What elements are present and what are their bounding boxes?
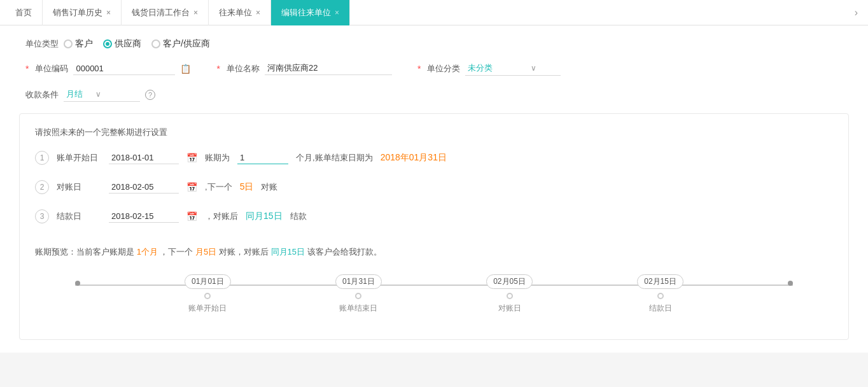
step3-prefix: ，对账后 [205,211,238,222]
tab-unit-list-close[interactable]: × [256,9,260,17]
tab-sales-history-close[interactable]: × [106,9,111,17]
preview-text: 账期预览：当前客户账期是 1个月 ，下一个 月5日 对账，对账后 同月15日 该… [35,239,833,263]
unit-type-row: 单位类型 客户 供应商 客户/供应商 [25,38,843,50]
unit-name-input[interactable] [265,62,392,75]
timeline-start-dot [75,274,80,314]
timeline-points: 01月01日 账单开始日 01月31日 账单结束日 02月05日 对账日 [35,274,833,314]
step-row-3: 3 结款日 📅 ，对账后 同月15日 结款 [35,209,833,223]
chevron-down-icon: ∨ [531,64,536,73]
step2-suffix: 对账 [261,181,277,193]
timeline-badge-4: 02月15日 [637,274,683,289]
tab-cash-work-label: 钱货日清工作台 [132,7,190,18]
unit-category-select[interactable]: 未分类 ∨ [465,61,561,76]
radio-customer-circle [64,39,73,48]
step1-calendar-icon[interactable]: 📅 [186,153,197,163]
preview-h2: 月5日 [195,247,216,257]
radio-customer[interactable]: 客户 [64,38,93,50]
step2-highlight: 5日 [240,181,254,193]
unit-category-label: 单位分类 [427,63,460,74]
tab-edit-unit[interactable]: 编辑往来单位 × [271,0,350,25]
payment-select[interactable]: 月结 ∨ [64,87,140,102]
unit-category-group: * 单位分类 未分类 ∨ [417,61,561,76]
step1-end-date: 2018年01月31日 [381,152,447,164]
tab-cash-work-close[interactable]: × [193,9,198,17]
preview-mid1: ，下一个 [160,247,193,257]
tab-cash-work[interactable]: 钱货日清工作台 × [122,0,209,25]
unit-code-label: 单位编码 [35,63,68,74]
radio-customer-label: 客户 [75,38,93,50]
step1-date-input[interactable] [109,151,179,164]
step2-calendar-icon[interactable]: 📅 [186,182,197,192]
timeline-dot-1 [204,293,211,299]
preview-prefix: 账期预览：当前客户账期是 [35,247,134,257]
tab-edit-unit-label: 编辑往来单位 [281,7,331,18]
preview-h1: 1个月 [137,247,158,257]
timeline-point-3: 02月05日 对账日 [486,274,533,314]
unit-type-label: 单位类型 [25,38,59,50]
timeline-badge-2: 01月31日 [335,274,382,289]
preview-h3: 同月15日 [271,247,305,257]
tab-unit-list[interactable]: 往来单位 × [209,0,271,25]
tabs-bar: 首页 销售订单历史 × 钱货日清工作台 × 往来单位 × 编辑往来单位 × › [0,0,868,25]
step-label-3: 结款日 [57,211,101,222]
step-label-1: 账单开始日 [57,152,101,164]
step2-prefix: ,下一个 [205,181,232,193]
step-row-2: 2 对账日 📅 ,下一个 5日 对账 [35,180,833,194]
section-title: 请按照未来的一个完整帐期进行设置 [35,127,833,138]
timeline-label-1: 账单开始日 [188,303,227,314]
tab-home-label: 首页 [15,7,32,18]
unit-category-value: 未分类 [468,62,493,74]
timeline-dot-2 [355,293,361,299]
radio-supplier[interactable]: 供应商 [103,38,141,50]
timeline-label-2: 账单结束日 [339,303,377,314]
tab-sales-history[interactable]: 销售订单历史 × [43,0,122,25]
radio-both-circle [151,39,160,48]
main-content: 单位类型 客户 供应商 客户/供应商 * 单位编码 📋 * 单位名称 [0,25,868,353]
payment-value: 月结 [66,88,83,100]
step2-date-input[interactable] [109,181,179,194]
timeline-dot-4 [657,293,664,299]
unit-code-icon[interactable]: 📋 [180,64,191,74]
tabs-arrow[interactable]: › [850,7,863,18]
step-num-1: 1 [35,151,49,165]
tab-edit-unit-close[interactable]: × [335,9,339,17]
timeline: 01月01日 账单开始日 01月31日 账单结束日 02月05日 对账日 [35,268,833,327]
timeline-dot-3 [507,293,513,299]
step-row-1: 1 账单开始日 📅 账期为 个月,账单结束日期为 2018年01月31日 [35,151,833,165]
radio-both[interactable]: 客户/供应商 [151,38,210,50]
tab-unit-list-label: 往来单位 [219,7,252,18]
radio-both-label: 客户/供应商 [163,38,210,50]
timeline-label-4: 结款日 [649,303,672,314]
settings-section: 请按照未来的一个完整帐期进行设置 1 账单开始日 📅 账期为 个月,账单结束日期… [19,113,849,340]
help-icon[interactable]: ? [145,90,155,100]
step-label-2: 对账日 [57,181,101,193]
step3-suffix: 结款 [290,211,307,222]
start-dot [75,281,80,286]
tab-sales-history-label: 销售订单历史 [53,7,102,18]
end-dot [788,281,793,286]
payment-chevron-icon: ∨ [95,90,101,99]
unit-name-group: * 单位名称 [216,62,391,75]
step3-calendar-icon[interactable]: 📅 [186,211,197,222]
preview-suffix: 该客户会给我打款。 [307,247,382,257]
timeline-label-3: 对账日 [498,303,521,314]
timeline-badge-3: 02月05日 [486,274,533,289]
radio-group-unit-type: 客户 供应商 客户/供应商 [64,38,210,50]
unit-code-star: * [25,64,29,74]
step3-date-input[interactable] [109,210,179,223]
payment-row: 收款条件 月结 ∨ ? [25,87,843,102]
radio-supplier-label: 供应商 [115,38,141,50]
radio-supplier-circle [103,39,112,48]
unit-fields-row: * 单位编码 📋 * 单位名称 * 单位分类 未分类 ∨ [25,61,843,76]
preview-mid2: 对账，对账后 [219,247,269,257]
unit-category-star: * [417,64,421,74]
timeline-point-1: 01月01日 账单开始日 [185,274,231,314]
unit-code-group: * 单位编码 📋 [25,62,191,75]
unit-name-star: * [216,64,220,74]
unit-code-input[interactable] [73,62,175,75]
timeline-badge-1: 01月01日 [185,274,231,289]
tab-home[interactable]: 首页 [5,0,43,25]
step1-period-input[interactable] [237,151,288,164]
timeline-point-2: 01月31日 账单结束日 [335,274,382,314]
unit-name-label: 单位名称 [227,63,260,74]
